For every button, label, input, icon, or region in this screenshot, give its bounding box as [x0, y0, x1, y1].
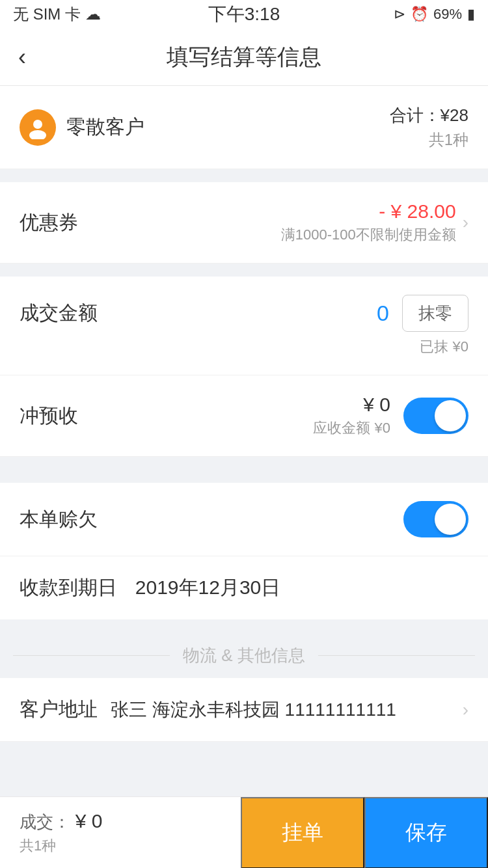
prepay-sub: 应收金额 ¥0: [313, 418, 390, 438]
status-time: 下午3:18: [208, 2, 280, 27]
bottom-deal-row: 成交： ¥ 0: [20, 810, 221, 834]
content: 零散客户 合计：¥28 共1种 优惠券 - ¥ 28.00 满1000-100不…: [0, 86, 488, 813]
battery-icon: ▮: [467, 6, 475, 23]
bottom-bar: 成交： ¥ 0 共1种 挂单 保存: [0, 796, 488, 868]
alarm-icon: ⏰: [411, 6, 428, 23]
bottom-deal-label: 成交：: [20, 812, 70, 832]
svg-point-0: [33, 120, 42, 129]
status-right: ⊳ ⏰ 69% ▮: [394, 6, 475, 23]
bottom-deal-amount: ¥ 0: [75, 810, 103, 832]
svg-point-1: [29, 130, 46, 139]
coupon-chevron-icon: ›: [463, 212, 468, 233]
transaction-row: 成交金额 0 抹零: [20, 295, 468, 332]
avatar: [20, 109, 56, 146]
prepay-row: 冲预收 ¥ 0 应收金额 ¥0: [20, 394, 468, 438]
page-title: 填写结算等信息: [167, 42, 321, 72]
logistics-line-left: [13, 655, 170, 656]
prepay-section: 冲预收 ¥ 0 应收金额 ¥0: [0, 375, 488, 457]
back-button[interactable]: ‹: [18, 44, 26, 71]
toggle-circle: [435, 400, 466, 431]
customer-summary: 合计：¥28 共1种: [390, 104, 468, 150]
coupon-desc: 满1000-100不限制使用金额: [281, 225, 456, 245]
total-count: 共1种: [390, 129, 468, 150]
transaction-section: 成交金额 0 抹零 已抹 ¥0: [0, 277, 488, 375]
prepay-right: ¥ 0 应收金额 ¥0: [313, 394, 468, 438]
divider-1: [0, 169, 488, 182]
due-date-label: 收款到期日: [20, 576, 117, 598]
battery-text: 69%: [433, 6, 462, 23]
logistics-label: 物流 & 其他信息: [183, 644, 305, 667]
bottom-count: 共1种: [20, 836, 221, 856]
bottom-info: 成交： ¥ 0 共1种: [0, 810, 241, 856]
nav-bar: ‹ 填写结算等信息: [0, 29, 488, 86]
hold-button[interactable]: 挂单: [241, 797, 364, 869]
transaction-right: 0 抹零: [377, 295, 468, 332]
debt-label: 本单赊欠: [20, 506, 98, 533]
debt-toggle[interactable]: [403, 501, 468, 537]
logistics-divider: 物流 & 其他信息: [0, 632, 488, 678]
status-bar: 无 SIM 卡 ☁ 下午3:18 ⊳ ⏰ 69% ▮: [0, 0, 488, 29]
prepay-toggle[interactable]: [403, 398, 468, 434]
customer-left: 零散客户: [20, 109, 144, 146]
customer-name: 零散客户: [66, 114, 144, 141]
transaction-label: 成交金额: [20, 300, 98, 327]
address-row[interactable]: 客户地址 张三 海淀永丰科技园 11111111111 ›: [0, 678, 488, 742]
round-button[interactable]: 抹零: [402, 295, 468, 332]
address-label: 客户地址: [20, 696, 98, 723]
due-date-section: 收款到期日 2019年12月30日: [0, 556, 488, 619]
divider-2: [0, 264, 488, 277]
coupon-amount: - ¥ 28.00: [281, 200, 456, 223]
location-icon: ⊳: [394, 6, 405, 23]
sim-text: 无 SIM 卡 ☁: [13, 4, 101, 25]
debt-section: 本单赊欠: [0, 483, 488, 556]
coupon-label: 优惠券: [20, 210, 78, 236]
coupon-row[interactable]: 优惠券 - ¥ 28.00 满1000-100不限制使用金额 ›: [0, 182, 488, 264]
logistics-line-right: [318, 655, 475, 656]
prepay-label: 冲预收: [20, 403, 78, 429]
total-label: 合计：¥28: [390, 104, 468, 127]
prepay-amount: ¥ 0: [313, 394, 390, 416]
due-date-value: 2019年12月30日: [135, 576, 280, 598]
address-chevron-icon: ›: [463, 699, 468, 720]
status-left: 无 SIM 卡 ☁: [13, 4, 101, 25]
debt-toggle-circle: [435, 504, 466, 535]
transaction-sub: 已抹 ¥0: [20, 337, 468, 357]
address-value: 张三 海淀永丰科技园 11111111111: [111, 698, 463, 722]
save-button[interactable]: 保存: [364, 797, 488, 869]
divider-3: [0, 457, 488, 470]
transaction-value[interactable]: 0: [377, 301, 389, 326]
customer-row: 零散客户 合计：¥28 共1种: [0, 86, 488, 169]
coupon-right: - ¥ 28.00 满1000-100不限制使用金额 ›: [281, 200, 468, 245]
